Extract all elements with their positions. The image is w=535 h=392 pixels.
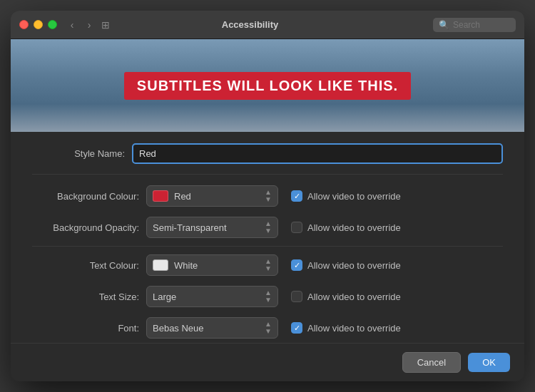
text-size-override: ✓ Allow video to override [291, 291, 401, 302]
search-box[interactable]: 🔍 [433, 18, 516, 32]
background-colour-value: Red [174, 191, 191, 202]
text-colour-override-checkbox[interactable]: ✓ [291, 259, 302, 271]
style-name-input[interactable] [132, 143, 503, 164]
minimize-button[interactable] [34, 20, 43, 29]
settings-content: Style Name: Background Colour: Red ▲▼ [11, 132, 524, 343]
window-title: Accessibility [67, 19, 433, 30]
text-colour-swatch [153, 259, 168, 271]
background-opacity-value: Semi-Transparent [153, 222, 227, 233]
text-colour-override-label: Allow video to override [307, 260, 401, 271]
dropdown-left: Red [153, 190, 191, 202]
background-colour-dropdown[interactable]: Red ▲▼ [146, 185, 278, 207]
settings-section: Background Colour: Red ▲▼ ✓ Allow video … [32, 175, 503, 343]
titlebar: ‹ › ⊞ Accessibility 🔍 [11, 11, 524, 39]
dropdown-chevron-icon-text-size: ▲▼ [265, 289, 272, 304]
font-dropdown[interactable]: Bebas Neue ▲▼ [146, 317, 278, 339]
style-name-row: Style Name: [32, 132, 503, 175]
maximize-button[interactable] [48, 20, 57, 29]
background-opacity-dropdown-container: Semi-Transparent ▲▼ ✓ Allow video to ove… [146, 217, 401, 238]
subtitle-preview-text: SUBTITLES WILL LOOK LIKE THIS. [137, 78, 398, 93]
background-colour-swatch [153, 190, 168, 202]
font-override-checkbox[interactable]: ✓ [291, 322, 302, 334]
subtitle-preview-area: SUBTITLES WILL LOOK LIKE THIS. [11, 39, 524, 132]
cancel-button[interactable]: Cancel [402, 352, 461, 373]
background-colour-override-checkbox[interactable]: ✓ [291, 190, 302, 202]
separator-1 [32, 246, 503, 247]
dropdown-left-text-size: Large [153, 292, 176, 302]
text-size-row: Text Size: Large ▲▼ ✓ Allow video to ove… [32, 281, 503, 312]
close-button[interactable] [19, 20, 29, 29]
background-opacity-override-label: Allow video to override [307, 222, 401, 233]
text-size-dropdown-container: Large ▲▼ ✓ Allow video to override [146, 286, 401, 307]
font-override-label: Allow video to override [307, 323, 401, 334]
text-colour-row: Text Colour: White ▲▼ ✓ Allow video to o… [32, 249, 503, 281]
background-colour-row: Background Colour: Red ▲▼ ✓ Allow video … [32, 180, 503, 212]
search-icon: 🔍 [439, 20, 449, 30]
background-opacity-dropdown[interactable]: Semi-Transparent ▲▼ [146, 217, 278, 238]
background-opacity-row: Background Opacity: Semi-Transparent ▲▼ … [32, 212, 503, 243]
background-opacity-override-checkbox[interactable]: ✓ [291, 222, 302, 233]
text-size-dropdown[interactable]: Large ▲▼ [146, 286, 278, 307]
text-size-override-checkbox[interactable]: ✓ [291, 291, 302, 302]
footer: Cancel OK [11, 343, 524, 381]
dropdown-chevron-icon-font: ▲▼ [265, 321, 272, 335]
text-colour-label: Text Colour: [32, 260, 146, 271]
text-size-override-label: Allow video to override [307, 292, 401, 302]
ok-button[interactable]: OK [468, 353, 510, 372]
dropdown-chevron-icon-opacity: ▲▼ [265, 220, 272, 234]
text-colour-dropdown-container: White ▲▼ ✓ Allow video to override [146, 254, 401, 276]
dropdown-left-opacity: Semi-Transparent [153, 222, 227, 233]
dropdown-left-text-colour: White [153, 259, 198, 271]
font-label: Font: [32, 323, 146, 334]
text-colour-override: ✓ Allow video to override [291, 259, 401, 271]
text-size-value: Large [153, 292, 176, 302]
font-value: Bebas Neue [153, 323, 204, 334]
style-name-label: Style Name: [32, 148, 132, 159]
search-input[interactable] [453, 20, 510, 30]
background-colour-override-label: Allow video to override [307, 191, 401, 202]
background-colour-dropdown-container: Red ▲▼ ✓ Allow video to override [146, 185, 401, 207]
dropdown-chevron-icon: ▲▼ [265, 189, 272, 203]
dropdown-chevron-icon-text-colour: ▲▼ [265, 258, 272, 272]
font-row: Font: Bebas Neue ▲▼ ✓ Allow video to ove… [32, 312, 503, 343]
traffic-lights [19, 20, 57, 29]
background-opacity-override: ✓ Allow video to override [291, 222, 401, 233]
subtitle-preview-box: SUBTITLES WILL LOOK LIKE THIS. [124, 72, 411, 100]
font-dropdown-container: Bebas Neue ▲▼ ✓ Allow video to override [146, 317, 401, 339]
main-window: ‹ › ⊞ Accessibility 🔍 SUBTITLES WILL LOO… [11, 11, 524, 381]
background-colour-label: Background Colour: [32, 191, 146, 202]
background-opacity-label: Background Opacity: [32, 222, 146, 233]
dropdown-left-font: Bebas Neue [153, 323, 204, 334]
font-override: ✓ Allow video to override [291, 322, 401, 334]
text-colour-dropdown[interactable]: White ▲▼ [146, 254, 278, 276]
background-colour-override: ✓ Allow video to override [291, 190, 401, 202]
text-size-label: Text Size: [32, 292, 146, 302]
text-colour-value: White [174, 260, 198, 271]
